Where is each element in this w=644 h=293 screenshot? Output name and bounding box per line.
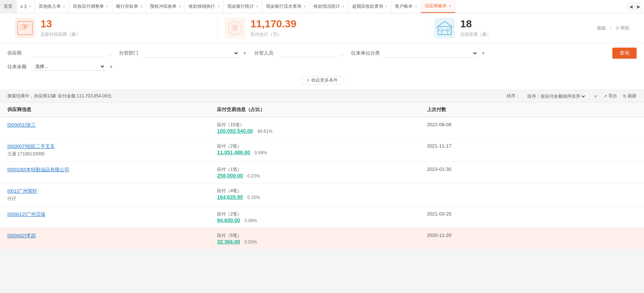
filter-balance: 往来余额 选择... ▼ — [7, 62, 113, 71]
close-icon[interactable]: × — [385, 4, 388, 8]
payable-label: 应付（1笔） — [217, 166, 427, 173]
supplier-link[interactable]: [001]广州荣轩 — [7, 188, 37, 194]
export-button[interactable]: ↗ 导出 — [603, 93, 617, 99]
payable-label: 应付（4笔） — [217, 188, 427, 194]
payable-percent: 89.61% — [258, 129, 273, 134]
nav-next-button[interactable]: ▶ — [635, 3, 643, 10]
sort-select[interactable]: 排序：按应付余额倒序排序 — [526, 93, 586, 99]
last-payment-cell: 2022-08-08 — [427, 122, 637, 127]
payable-info-cell: 应付（4笔） 164,635.90 0.15% — [217, 188, 427, 200]
payable-info-cell: 应付（5笔） 32,366.00 0.03% — [217, 232, 427, 245]
payable-amount[interactable]: 32,366.00 — [217, 239, 240, 245]
nav-tab-cash-bank-stat[interactable]: 现金银行统计 × — [224, 0, 262, 13]
filter-supplier-label: 供应商 — [7, 50, 29, 56]
summary-payable-total-label: 应付合计（万） — [251, 31, 297, 38]
payable-amount[interactable]: 11,051,486.00 — [217, 149, 250, 155]
payable-label: 应付（2笔） — [217, 143, 427, 149]
payable-amount[interactable]: 94,600.00 — [217, 217, 240, 223]
supplier-link[interactable]: [000012]广州贝瑞 — [7, 211, 45, 217]
nav-tab-home[interactable]: 首页 — [0, 0, 17, 13]
close-icon[interactable]: × — [304, 4, 306, 8]
payable-amount[interactable]: 164,635.90 — [217, 194, 243, 200]
payable-amount[interactable]: 100,092,540.00 — [217, 128, 253, 134]
filter-supplier: 供应商 ... — [7, 49, 112, 57]
payable-info-cell: 应付（2笔） 94,600.00 0.08% — [217, 211, 427, 223]
summary-payable-total-number: 11,170.39 — [251, 18, 297, 30]
payable-percent: 0.03% — [245, 239, 257, 245]
help-link[interactable]: ⊙ 帮助 — [616, 25, 629, 31]
collapse-bar: ∧ 收起更多条件 — [7, 75, 637, 85]
col-header-supplier: 供应商信息 — [7, 106, 217, 113]
payable-amount-row: 94,600.00 0.08% — [217, 217, 427, 223]
supplier-picker-icon[interactable]: ... — [108, 51, 112, 56]
nav-prev-button[interactable]: ◀ — [627, 3, 635, 10]
payable-info-cell: 应付（15笔） 100,092,540.00 89.61% — [217, 122, 427, 134]
nav-tab-overdue[interactable]: 超期应收款查询 × — [349, 0, 392, 13]
last-payment-date: 2023-01-30 — [427, 166, 452, 172]
payable-amount-row: 164,635.90 0.15% — [217, 194, 427, 200]
payable-amount[interactable]: 258,000.00 — [217, 173, 243, 179]
nav-tab-collect-stat[interactable]: 收款情况统计 × — [310, 0, 349, 13]
svg-text:米: 米 — [231, 23, 239, 32]
refresh-icon: ↻ — [623, 94, 627, 99]
collapse-button[interactable]: ∧ 收起更多条件 — [300, 76, 344, 85]
summary-bar: ¥ 13 总应付供应商（家） 米 11,170.39 应付合计（万） — [0, 13, 644, 43]
table-row: [000007]恒旺二手叉车 王通 17106110000 应付（2笔） 11,… — [0, 139, 644, 162]
summary-total-suppliers-label: 总供应商（家） — [460, 31, 491, 38]
nav-tab-supplier-account[interactable]: 供应商账本 × — [421, 0, 455, 13]
dept-select[interactable] — [143, 49, 239, 58]
video-help-link[interactable]: 视频 — [597, 25, 606, 31]
person-input[interactable] — [279, 49, 337, 57]
supplier-link[interactable]: [000007]恒旺二手叉车 — [7, 144, 55, 149]
sort-label: 排序： — [507, 93, 520, 99]
refresh-button[interactable]: ↻ 刷新 — [623, 93, 637, 99]
result-summary-text: 搜索结果中，供应商13家 应付金额 111,703,854.00元 — [7, 93, 112, 99]
nav-tab-bank-deposit[interactable]: 银行存款单 × — [112, 0, 147, 13]
close-icon[interactable]: × — [415, 4, 417, 8]
summary-payable-suppliers-number: 13 — [41, 18, 80, 30]
category-chevron-icon: ▼ — [482, 51, 486, 55]
category-select[interactable] — [382, 49, 478, 58]
balance-select[interactable]: 选择... — [32, 62, 105, 71]
close-icon[interactable]: × — [179, 4, 181, 8]
nav-tab-payable-adj[interactable]: 应收应付调整单 × — [69, 0, 112, 13]
close-icon[interactable]: × — [63, 4, 65, 8]
supplier-info-cell: [000001]张三 — [7, 122, 217, 128]
nav-tab-cash-flow[interactable]: 现金银行流水查询 × — [262, 0, 310, 13]
nav-tab-advance-collect[interactable]: 预收冲应收单 × — [146, 0, 185, 13]
data-table: 供应商信息 应付交易信息（占比） 上次付数 [000001]张三 应付（15笔）… — [0, 103, 644, 249]
close-icon[interactable]: × — [106, 4, 108, 8]
nav-tab-collect-verify[interactable]: 收款核销执行 × — [185, 0, 224, 13]
query-button[interactable]: 查询 — [612, 48, 637, 59]
supplier-input[interactable] — [32, 49, 105, 57]
nav-tab-other-income[interactable]: 其他收入单 × — [35, 0, 69, 13]
sort-chevron-icon: ▼ — [594, 94, 598, 99]
payable-label: 应付（15笔） — [217, 122, 427, 128]
balance-chevron-icon: ▼ — [109, 65, 113, 69]
person-picker-icon[interactable]: ... — [340, 51, 344, 56]
payable-info-cell: 应付（1笔） 258,000.00 0.23% — [217, 166, 427, 179]
payable-suppliers-icon: ¥ — [15, 18, 35, 38]
payable-percent: 0.23% — [247, 173, 260, 179]
nav-tab-customer-account[interactable]: 客户账本 × — [391, 0, 421, 13]
supplier-link[interactable]: [000100]本特勤油品有限公司 — [7, 167, 69, 172]
close-icon[interactable]: × — [449, 4, 451, 8]
filter-balance-label: 往来余额 — [7, 63, 29, 70]
close-icon[interactable]: × — [256, 4, 258, 8]
result-bar: 搜索结果中，供应商13家 应付金额 111,703,854.00元 排序： 排序… — [0, 90, 644, 103]
last-payment-cell: 2021-11-17 — [427, 143, 637, 149]
close-icon[interactable]: × — [217, 4, 220, 8]
filter-row-1: 供应商 ... 分管部门 ▼ 分管人员 ... 往来单位分类 ▼ 查询 — [7, 48, 637, 59]
supplier-link[interactable]: [000001]张三 — [7, 122, 36, 128]
close-icon[interactable]: × — [29, 4, 31, 8]
summary-payable-total-text: 11,170.39 应付合计（万） — [251, 18, 297, 38]
supplier-info-cell: [000002]李四 — [7, 232, 217, 239]
close-icon[interactable]: × — [342, 4, 344, 8]
nav-arrows: ◀ ▶ — [626, 3, 644, 10]
col-header-last-payment: 上次付数 — [427, 106, 637, 113]
close-icon[interactable]: × — [140, 4, 143, 8]
summary-payable-suppliers: ¥ 13 总应付供应商（家） — [7, 18, 217, 38]
nav-tab-3[interactable]: ≡ 3 × — [17, 0, 35, 13]
supplier-link[interactable]: [000002]李四 — [7, 233, 36, 238]
supplier-info-cell: [000012]广州贝瑞 — [7, 211, 217, 218]
